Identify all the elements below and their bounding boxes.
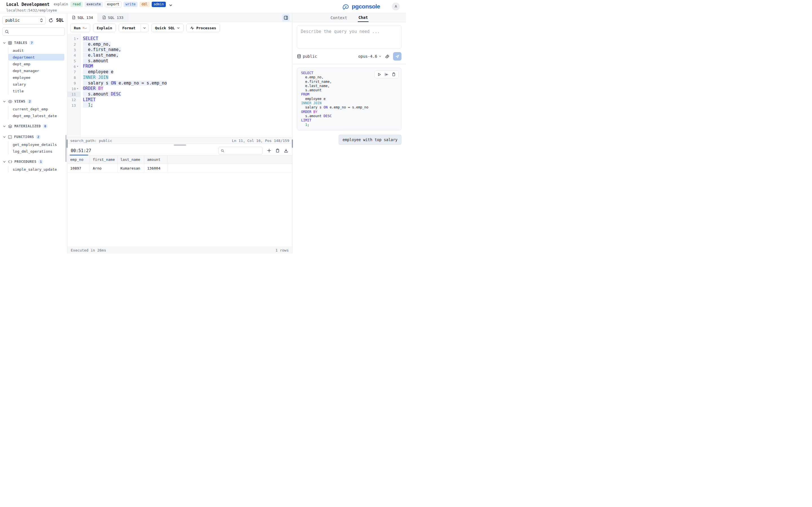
sidebar-item-department[interactable]: department [8,54,64,61]
sidebar-item-employee[interactable]: employee [8,74,64,81]
model-name: opus-4.6 [358,54,377,59]
sidebar-item-audit[interactable]: audit [8,47,64,54]
sidebar-resize-handle[interactable] [66,139,68,148]
processes-button[interactable]: Processes [186,24,220,32]
assistant-tabs: Context Chat [292,13,406,22]
send-button[interactable] [393,52,402,61]
table-row[interactable]: 10897ArnoKumaresan136004 [67,164,292,173]
select-chevrons-icon [40,18,43,22]
sql-response-toolbar [374,70,399,78]
run-label: Run [74,26,80,30]
results-resize-handle[interactable] [67,144,292,146]
permission-badges: explainreadexecuteexportwriteddladmin [53,1,166,7]
assistant-code-line-3: e.first_name, [301,80,397,84]
assistant-code-line-5: s.amount [301,88,397,93]
sidebar-item-log_dml_operations[interactable]: log_dml_operations [8,148,64,155]
refresh-icon[interactable] [49,18,53,23]
sidebar-scrollbar[interactable] [65,135,66,162]
sql-mode-label[interactable]: SQL [56,18,64,23]
copy-sql-icon[interactable] [392,72,396,76]
column-header-emp_no[interactable]: emp_no [67,156,90,164]
panel-split-icon [284,15,288,20]
section-header-functions[interactable]: fFUNCTIONS2 [0,133,67,140]
processes-label: Processes [196,26,216,30]
code-line-6: FROM [83,64,292,69]
row-count: 1 rows [275,248,289,252]
sql-editor[interactable]: 1▼23456▼78910▼111213 SELECT e.emp_no, e.… [67,34,292,137]
results-search-input[interactable] [226,149,260,153]
column-header-first_name[interactable]: first_name [90,156,117,164]
code-line-3: e.first_name, [83,47,292,53]
chat-input[interactable] [297,25,402,49]
sidebar-item-get_employee_details[interactable]: get_employee_details [8,141,64,148]
permission-badge-admin: admin [152,2,166,7]
model-select[interactable]: opus-4.6 [358,54,382,59]
section-header-tables[interactable]: TABLES7 [0,39,67,47]
fold-arrow-icon[interactable]: ▼ [76,38,79,40]
section-header-procedures[interactable]: PROCEDURES1 [0,158,67,165]
svg-text:f: f [10,135,11,138]
fold-arrow-icon[interactable]: ▼ [76,88,79,90]
line-number: 11 [71,92,76,96]
permission-badge-write: write [123,2,138,7]
code-line-11: s.amount DESC [83,92,292,97]
insert-to-editor-icon[interactable] [385,73,389,76]
code-line-7: employee e [83,69,292,75]
sidebar-search[interactable] [2,27,65,36]
connection-chevron-down-icon[interactable] [169,3,172,7]
sidebar-item-title[interactable]: title [8,88,64,94]
line-number: 4 [73,53,76,57]
download-results-icon[interactable] [284,149,288,153]
explain-button[interactable]: Explain [93,24,116,32]
column-header-last_name[interactable]: last_name [117,156,144,164]
sidebar-search-input[interactable] [11,30,62,34]
permission-badge-read: read [70,2,83,7]
avatar[interactable]: A [392,3,400,10]
schema-select[interactable]: public [2,16,46,24]
column-header-amount[interactable]: amount [144,156,167,164]
gutter-line-6: 6▼ [67,64,80,69]
results-table: emp_nofirst_namelast_nameamount 10897Arn… [67,156,292,247]
code-line-8: INNER JOIN [83,75,292,80]
activity-pulse-icon [190,26,194,30]
clear-chat-eraser-icon[interactable] [385,54,390,59]
search-path-status: search_path: public [70,138,112,143]
tab-context[interactable]: Context [330,13,348,22]
sidebar-item-dept_emp[interactable]: dept_emp [8,61,64,67]
run-button[interactable]: Run ⌘↵ [70,24,90,32]
code-brackets-icon [8,160,12,164]
results-search[interactable] [218,147,262,154]
user-chat-message: employee with top salary [339,135,402,145]
line-number: 2 [73,42,76,47]
section-header-materialized[interactable]: MATERIALIZED0 [0,122,67,130]
sidebar-item-simple_salary_update[interactable]: simple_salary_update [8,166,64,173]
assistant-code-line-7: employee e [301,97,397,101]
results-timer-tab[interactable]: 00:51:27 [70,148,92,153]
editor-code[interactable]: SELECT e.emp_no, e.first_name, e.last_na… [81,34,292,137]
code-line-5: s.amount [83,58,292,64]
split-view-button[interactable] [282,14,290,21]
sidebar-item-current_dept_emp[interactable]: current_dept_emp [8,106,64,112]
editor-tabbar: SQL 134SQL 133 [67,13,292,22]
permission-badge-export: export [105,1,121,7]
quick-sql-button[interactable]: Quick SQL [151,24,184,32]
sidebar-item-salary[interactable]: salary [8,81,64,88]
quick-sql-chevron-down-icon [177,26,180,30]
section-label: VIEWS [14,100,26,103]
editor-tab-sql-133[interactable]: SQL 133 [98,13,128,22]
sidebar-item-dept_manager[interactable]: dept_manager [8,67,64,74]
editor-tab-sql-134[interactable]: SQL 134 [67,13,98,22]
add-result-tab-icon[interactable] [267,149,271,153]
sidebar-item-dept_emp_latest_date[interactable]: dept_emp_latest_date [8,112,64,119]
format-chevron-down-icon[interactable] [140,24,148,32]
connection-title: Local Development [6,2,50,7]
schema-chip[interactable]: public [297,54,317,59]
copy-results-icon[interactable] [275,149,280,153]
tab-chat[interactable]: Chat [358,13,368,22]
fold-arrow-icon[interactable]: ▼ [76,65,79,68]
assistant-resize-handle[interactable] [292,139,293,148]
section-header-views[interactable]: VIEWS2 [0,98,67,105]
column-header-filler [167,156,292,164]
run-query-icon[interactable] [377,73,381,76]
format-button[interactable]: Format [119,24,149,32]
